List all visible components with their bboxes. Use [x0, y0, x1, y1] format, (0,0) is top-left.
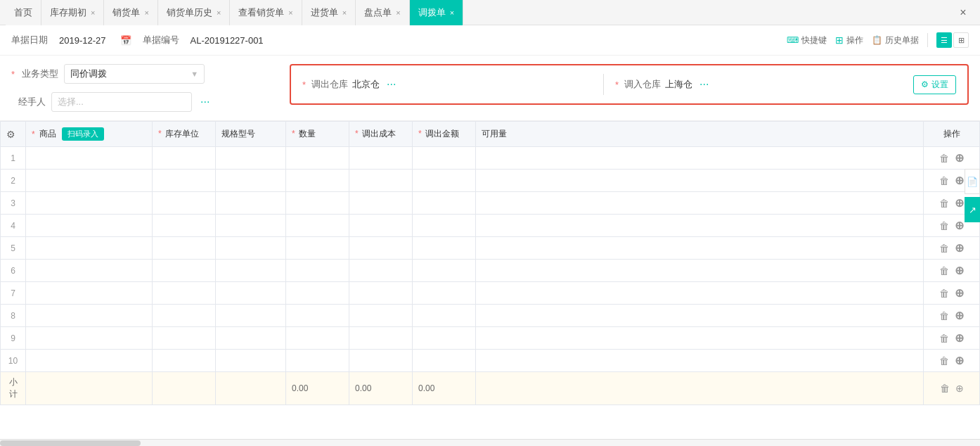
row-delete-5[interactable]: 🗑 [939, 243, 949, 254]
row-product-9[interactable] [26, 327, 153, 350]
row-delete-8[interactable]: 🗑 [939, 310, 949, 321]
row-delete-6[interactable]: 🗑 [939, 265, 949, 276]
warehouse-out-more-btn[interactable]: ··· [384, 78, 399, 91]
history-btn[interactable]: 📋 历史单据 [872, 34, 919, 46]
row-qty-3[interactable] [286, 192, 349, 215]
row-delete-2[interactable]: 🗑 [939, 175, 949, 186]
tab-purchase[interactable]: 进货单 × [302, 0, 356, 25]
row-qty-6[interactable] [286, 260, 349, 282]
row-unit-2[interactable] [153, 170, 216, 192]
row-unit-8[interactable] [153, 305, 216, 327]
row-qty-8[interactable] [286, 305, 349, 327]
row-copy-9[interactable]: ⊕ [955, 331, 964, 345]
row-qty-4[interactable] [286, 215, 349, 237]
row-qty-5[interactable] [286, 237, 349, 260]
row-delete-1[interactable]: 🗑 [939, 153, 949, 164]
table-gear-icon[interactable]: ⚙ [6, 129, 15, 140]
row-unit-1[interactable] [153, 147, 216, 170]
row-product-2[interactable] [26, 170, 153, 192]
row-cost-6[interactable] [349, 260, 413, 282]
tab-view-sales[interactable]: 查看销货单 × [230, 0, 302, 25]
row-cost-5[interactable] [349, 237, 413, 260]
col-gear[interactable]: ⚙ [1, 122, 26, 147]
row-cost-9[interactable] [349, 327, 413, 350]
scrollbar-thumb[interactable] [0, 440, 141, 446]
window-close-button[interactable]: × [952, 1, 974, 24]
tab-sales-history[interactable]: 销货单历史 × [158, 0, 230, 25]
row-amount-6[interactable] [413, 260, 476, 282]
row-amount-8[interactable] [413, 305, 476, 327]
row-copy-7[interactable]: ⊕ [955, 286, 964, 300]
row-copy-1[interactable]: ⊕ [955, 151, 964, 165]
row-cost-4[interactable] [349, 215, 413, 237]
row-spec-1[interactable] [216, 147, 286, 170]
row-copy-10[interactable]: ⊕ [955, 354, 964, 367]
row-product-7[interactable] [26, 282, 153, 305]
row-cost-3[interactable] [349, 192, 413, 215]
row-delete-4[interactable]: 🗑 [939, 220, 949, 231]
row-unit-10[interactable] [153, 350, 216, 372]
row-copy-4[interactable]: ⊕ [955, 219, 964, 232]
row-product-4[interactable] [26, 215, 153, 237]
row-copy-2[interactable]: ⊕ [955, 174, 964, 187]
handler-select[interactable]: 选择... [51, 92, 192, 112]
row-unit-3[interactable] [153, 192, 216, 215]
row-spec-10[interactable] [216, 350, 286, 372]
row-product-3[interactable] [26, 192, 153, 215]
handler-more-btn[interactable]: ··· [198, 96, 212, 108]
close-sales-order[interactable]: × [144, 8, 148, 17]
warehouse-in-more-btn[interactable]: ··· [697, 78, 711, 91]
row-qty-7[interactable] [286, 282, 349, 305]
row-amount-3[interactable] [413, 192, 476, 215]
shortcuts-btn[interactable]: ⌨ 快捷键 [787, 34, 827, 46]
row-spec-2[interactable] [216, 170, 286, 192]
row-cost-10[interactable] [349, 350, 413, 372]
row-spec-3[interactable] [216, 192, 286, 215]
row-amount-4[interactable] [413, 215, 476, 237]
row-unit-5[interactable] [153, 237, 216, 260]
row-product-5[interactable] [26, 237, 153, 260]
row-delete-10[interactable]: 🗑 [939, 355, 949, 367]
row-unit-7[interactable] [153, 282, 216, 305]
row-amount-5[interactable] [413, 237, 476, 260]
row-spec-6[interactable] [216, 260, 286, 282]
row-cost-1[interactable] [349, 147, 413, 170]
row-amount-2[interactable] [413, 170, 476, 192]
scan-input-btn[interactable]: 扫码录入 [62, 127, 104, 141]
close-purchase[interactable]: × [342, 8, 347, 17]
row-unit-6[interactable] [153, 260, 216, 282]
row-spec-4[interactable] [216, 215, 286, 237]
operations-btn[interactable]: ⊞ 操作 [835, 34, 863, 46]
view-list-btn[interactable]: ☰ [936, 32, 952, 48]
view-grid-btn[interactable]: ⊞ [953, 32, 969, 48]
row-qty-10[interactable] [286, 350, 349, 372]
row-amount-10[interactable] [413, 350, 476, 372]
close-inventory-check[interactable]: × [396, 8, 400, 17]
row-spec-8[interactable] [216, 305, 286, 327]
row-delete-9[interactable]: 🗑 [939, 333, 949, 344]
row-amount-1[interactable] [413, 147, 476, 170]
row-unit-9[interactable] [153, 327, 216, 350]
row-spec-7[interactable] [216, 282, 286, 305]
tab-sales-order[interactable]: 销货单 × [104, 0, 157, 25]
row-qty-2[interactable] [286, 170, 349, 192]
tab-home[interactable]: 首页 [6, 0, 41, 25]
close-inventory-init[interactable]: × [91, 8, 95, 17]
row-product-8[interactable] [26, 305, 153, 327]
close-view-sales[interactable]: × [288, 8, 292, 17]
row-cost-8[interactable] [349, 305, 413, 327]
row-amount-9[interactable] [413, 327, 476, 350]
subtotal-copy-icon[interactable]: ⊕ [955, 383, 964, 394]
calendar-icon[interactable]: 📅 [120, 35, 131, 46]
row-qty-9[interactable] [286, 327, 349, 350]
row-product-1[interactable] [26, 147, 153, 170]
row-product-10[interactable] [26, 350, 153, 372]
tab-transfer[interactable]: 调拨单 × [410, 0, 463, 25]
row-product-6[interactable] [26, 260, 153, 282]
row-copy-5[interactable]: ⊕ [955, 241, 964, 255]
close-sales-history[interactable]: × [217, 8, 221, 17]
row-delete-7[interactable]: 🗑 [939, 288, 949, 299]
biz-type-select[interactable]: 同价调拨 ▼ [64, 64, 205, 84]
row-unit-4[interactable] [153, 215, 216, 237]
row-amount-7[interactable] [413, 282, 476, 305]
